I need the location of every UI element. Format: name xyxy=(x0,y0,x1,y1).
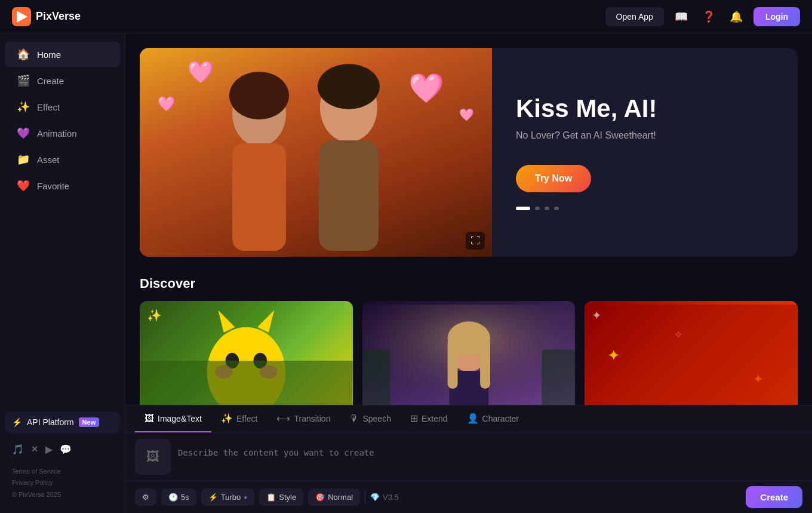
hero-image: 🩷 🩷 🩷 🩷 xyxy=(140,48,492,257)
tab-extend[interactable]: ⊞ Extend xyxy=(401,406,457,432)
tab-character-label: Character xyxy=(482,414,519,423)
svg-point-7 xyxy=(318,64,380,109)
mode-label: Normal xyxy=(328,493,353,502)
tab-speech[interactable]: 🎙 Speech xyxy=(340,406,400,432)
notification-icon-button[interactable]: 🔔 xyxy=(726,7,746,27)
api-icon: ⚡ xyxy=(12,417,22,427)
tab-extend-label: Extend xyxy=(422,414,448,423)
logo-text: PixVerse xyxy=(36,10,81,23)
tab-effect[interactable]: ✨ Effect xyxy=(211,406,267,432)
mode-icon: 🎯 xyxy=(315,493,325,502)
svg-text:✧: ✧ xyxy=(674,329,682,340)
tab-transition[interactable]: ⟷ Transition xyxy=(267,406,340,432)
svg-point-4 xyxy=(229,72,289,119)
duration-button[interactable]: 🕐 5s xyxy=(161,489,196,506)
divider xyxy=(365,490,365,505)
hero-dot-1[interactable] xyxy=(516,207,530,210)
creation-body: 🖼 xyxy=(125,433,812,481)
sidebar-footer: Terms of Service Privacy Policy © PixVer… xyxy=(0,461,125,506)
tab-extend-icon: ⊞ xyxy=(410,413,418,424)
favorite-icon: ❤️ xyxy=(17,179,30,192)
try-now-button[interactable]: Try Now xyxy=(516,165,591,192)
create-button[interactable]: Create xyxy=(746,486,802,508)
style-label: Style xyxy=(279,493,296,502)
sidebar-item-home[interactable]: 🏠 Home xyxy=(5,42,120,67)
youtube-icon[interactable]: ▶ xyxy=(45,444,53,455)
discord-icon[interactable]: 💬 xyxy=(60,444,72,455)
privacy-link[interactable]: Privacy Policy xyxy=(12,477,113,489)
open-app-button[interactable]: Open App xyxy=(605,7,664,26)
turbo-button[interactable]: ⚡ Turbo ● xyxy=(201,489,255,506)
help-icon-button[interactable]: ❓ xyxy=(699,7,719,27)
tab-effect-label: Effect xyxy=(236,414,258,423)
svg-text:✦: ✦ xyxy=(753,372,764,386)
upload-icon: 🖼 xyxy=(146,449,159,465)
svg-marker-12 xyxy=(257,311,274,333)
sidebar-item-label-animation: Animation xyxy=(37,128,77,139)
sidebar-api-platform[interactable]: ⚡ API Platform New xyxy=(5,411,120,433)
hero-banner: 🩷 🩷 🩷 🩷 xyxy=(140,48,798,257)
expand-button[interactable]: ⛶ xyxy=(466,232,485,250)
image-text-icon: 🖼 xyxy=(144,413,154,424)
svg-text:✦: ✦ xyxy=(607,346,620,364)
turbo-icon: ⚡ xyxy=(208,493,218,502)
turbo-label: Turbo xyxy=(221,493,241,502)
hero-dot-3[interactable] xyxy=(545,207,549,210)
copyright-text: © PixVerse 2025 xyxy=(12,489,113,501)
sidebar-item-favorite[interactable]: ❤️ Favorite xyxy=(5,173,120,198)
twitter-icon[interactable]: ✕ xyxy=(31,444,38,454)
sidebar-item-label-home: Home xyxy=(37,50,61,60)
tab-image-text[interactable]: 🖼 Image&Text xyxy=(135,406,211,432)
hero-title: Kiss Me, AI! xyxy=(516,94,774,123)
sidebar-item-effect[interactable]: ✨ Effect xyxy=(5,94,120,119)
topnav-right: Open App 📖 ❓ 🔔 Login xyxy=(605,7,800,27)
sidebar: 🏠 Home 🎬 Create ✨ Effect 💜 Animation 📁 A… xyxy=(0,33,125,513)
discover-card-3[interactable]: ✦ ✦ ✧ ✦ xyxy=(585,301,798,420)
terms-link[interactable]: Terms of Service xyxy=(12,466,113,478)
tiktok-icon[interactable]: 🎵 xyxy=(12,444,24,455)
creation-textarea[interactable] xyxy=(178,445,802,469)
version-icon: 💎 xyxy=(370,493,380,502)
mode-button[interactable]: 🎯 Normal xyxy=(308,489,360,506)
sidebar-item-label-effect: Effect xyxy=(37,102,60,112)
svg-rect-21 xyxy=(480,338,490,388)
login-button[interactable]: Login xyxy=(753,7,800,26)
hero-subtitle: No Lover? Get an AI Sweetheart! xyxy=(516,130,774,141)
hero-dot-4[interactable] xyxy=(554,207,559,210)
settings-button[interactable]: ⚙ xyxy=(135,489,156,506)
home-icon: 🏠 xyxy=(17,48,30,61)
style-button[interactable]: 📋 Style xyxy=(259,489,303,506)
sidebar-item-asset[interactable]: 📁 Asset xyxy=(5,147,120,172)
effect-icon: ✨ xyxy=(17,100,30,113)
tab-character[interactable]: 👤 Character xyxy=(457,406,528,432)
style-icon: 📋 xyxy=(266,493,276,502)
hero-dots xyxy=(516,207,774,210)
tab-transition-label: Transition xyxy=(294,414,330,423)
sidebar-item-animation[interactable]: 💜 Animation xyxy=(5,121,120,146)
settings-icon: ⚙ xyxy=(142,493,149,502)
creation-panel: 🖼 Image&Text ✨ Effect ⟷ Transition 🎙 Spe… xyxy=(125,405,812,513)
topnav: PixVerse Open App 📖 ❓ 🔔 Login xyxy=(0,0,812,33)
creation-tabs: 🖼 Image&Text ✨ Effect ⟷ Transition 🎙 Spe… xyxy=(125,406,812,433)
tab-speech-label: Speech xyxy=(362,414,390,423)
sidebar-item-label-create: Create xyxy=(37,76,64,86)
sidebar-item-label-favorite: Favorite xyxy=(37,181,69,191)
discover-card-1[interactable]: ✨ xyxy=(140,301,353,420)
api-badge: New xyxy=(79,417,100,427)
svg-marker-11 xyxy=(218,311,235,333)
clock-icon: 🕐 xyxy=(168,493,178,502)
hero-text: Kiss Me, AI! No Lover? Get an AI Sweethe… xyxy=(492,48,798,257)
discover-card-2[interactable] xyxy=(362,301,576,420)
image-upload-area[interactable]: 🖼 xyxy=(135,439,171,475)
duration-label: 5s xyxy=(181,493,189,502)
turbo-badge: ● xyxy=(244,494,247,500)
svg-rect-6 xyxy=(319,140,379,251)
sidebar-item-create[interactable]: 🎬 Create xyxy=(5,68,120,93)
book-icon-button[interactable]: 📖 xyxy=(671,7,691,27)
svg-rect-3 xyxy=(232,143,286,251)
tab-image-text-label: Image&Text xyxy=(158,414,202,423)
logo[interactable]: PixVerse xyxy=(12,7,81,26)
creation-bottom-bar: ⚙ 🕐 5s ⚡ Turbo ● 📋 Style 🎯 Normal 💎 V3.5… xyxy=(125,481,812,513)
hero-dot-2[interactable] xyxy=(535,207,540,210)
sidebar-nav: 🏠 Home 🎬 Create ✨ Effect 💜 Animation 📁 A… xyxy=(0,41,125,407)
